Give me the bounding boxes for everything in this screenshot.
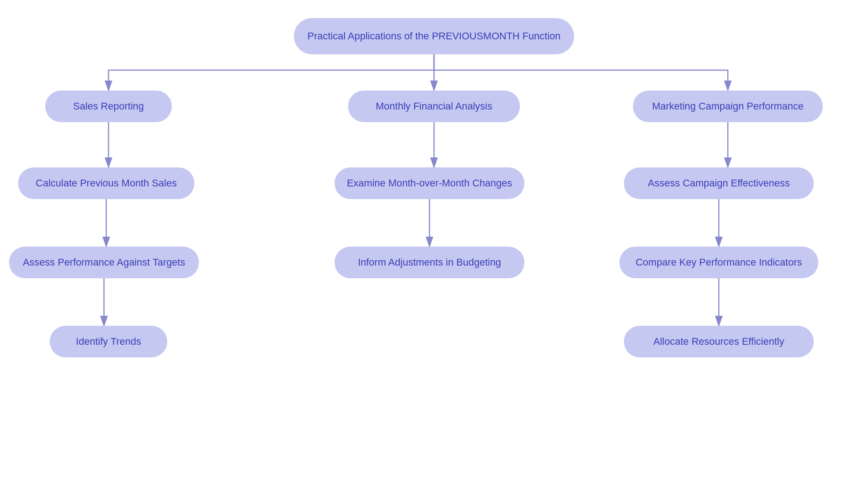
node-inform-budget: Inform Adjustments in Budgeting <box>335 247 524 278</box>
node-inform-label: Inform Adjustments in Budgeting <box>358 257 501 268</box>
node-root: Practical Applications of the PREVIOUSMO… <box>294 18 574 54</box>
node-financial-label: Monthly Financial Analysis <box>376 100 492 112</box>
node-assess-campaign: Assess Campaign Effectiveness <box>624 167 814 199</box>
connection-lines <box>0 0 868 490</box>
node-calc-prev-label: Calculate Previous Month Sales <box>36 177 177 189</box>
node-identify-label: Identify Trends <box>76 336 141 347</box>
node-marketing-label: Marketing Campaign Performance <box>652 100 803 112</box>
node-compare-label: Compare Key Performance Indicators <box>636 257 802 268</box>
node-examine-mom: Examine Month-over-Month Changes <box>335 167 524 199</box>
node-allocate-resources: Allocate Resources Efficiently <box>624 326 814 357</box>
diagram-container: Practical Applications of the PREVIOUSMO… <box>0 0 868 490</box>
node-calculate-prev: Calculate Previous Month Sales <box>18 167 194 199</box>
node-examine-label: Examine Month-over-Month Changes <box>347 177 512 189</box>
node-monthly-financial: Monthly Financial Analysis <box>348 90 520 122</box>
node-root-label: Practical Applications of the PREVIOUSMO… <box>307 30 561 42</box>
node-assess-perf-label: Assess Performance Against Targets <box>23 257 185 268</box>
node-identify-trends: Identify Trends <box>50 326 167 357</box>
node-assess-campaign-label: Assess Campaign Effectiveness <box>648 177 790 189</box>
node-sales-reporting: Sales Reporting <box>45 90 172 122</box>
node-allocate-label: Allocate Resources Efficiently <box>653 336 784 347</box>
node-compare-kpi: Compare Key Performance Indicators <box>619 247 818 278</box>
node-sales-label: Sales Reporting <box>73 100 144 112</box>
node-assess-performance: Assess Performance Against Targets <box>9 247 199 278</box>
node-marketing-campaign: Marketing Campaign Performance <box>633 90 823 122</box>
